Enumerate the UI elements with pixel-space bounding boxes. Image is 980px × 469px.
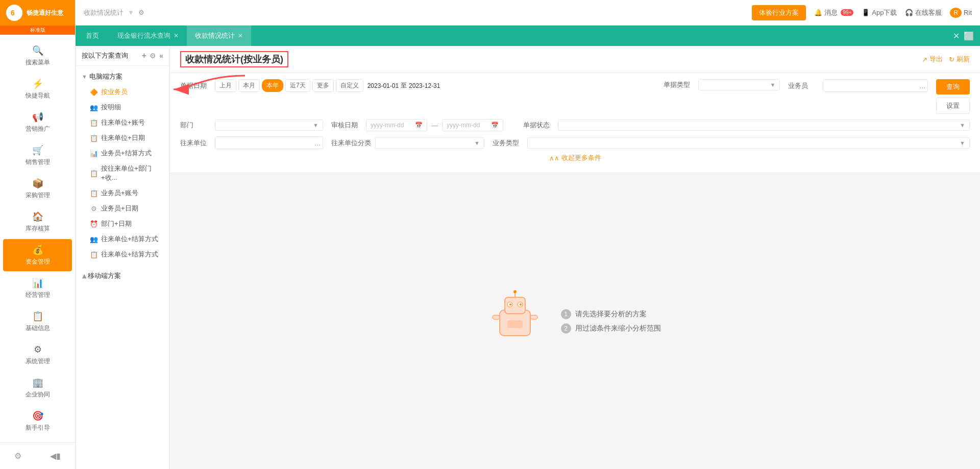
- scheme-item-by-detail[interactable]: 👥 按明细: [76, 100, 169, 115]
- business-type-select[interactable]: ▼: [527, 137, 970, 149]
- scheme-item-unit-settlement2[interactable]: 📋 往来单位+结算方式: [76, 247, 169, 262]
- sidebar-item-search[interactable]: 🔍 搜索菜单: [3, 40, 72, 72]
- sidebar-item-finance[interactable]: 💰 资金管理: [3, 239, 72, 271]
- audit-date-from-input[interactable]: yyyy-mm-dd 📅: [366, 119, 427, 131]
- quicknav-icon: ⚡: [32, 78, 43, 89]
- business-type-arrow-icon: ▼: [960, 140, 965, 146]
- mobile-group-header[interactable]: ▶ 移动端方案: [76, 268, 169, 284]
- desktop-group-header[interactable]: ▼ 电脑端方案: [76, 69, 169, 84]
- scheme-item-unit-settlement1[interactable]: 👥 往来单位+结算方式: [76, 231, 169, 247]
- empty-hint-1: 1 请先选择要分析的方案: [561, 309, 661, 319]
- scheme-item-unit-date[interactable]: 📋 往来单位+日期: [76, 130, 169, 146]
- calendar-from-icon: 📅: [415, 122, 423, 129]
- bill-status-select[interactable]: ▼: [558, 120, 970, 131]
- scheme-item-salesperson-settlement[interactable]: 📊 业务员+结算方式: [76, 146, 169, 161]
- tab-home[interactable]: 首页: [76, 26, 109, 46]
- sidebar-item-enterprise[interactable]: 🏢 企业协同: [3, 372, 72, 404]
- scheme-settings-icon[interactable]: ⚙: [150, 52, 156, 60]
- scheme-item-unit-account[interactable]: 📋 往来单位+账号: [76, 115, 169, 130]
- sidebar-item-inventory[interactable]: 🏠 库存核算: [3, 206, 72, 238]
- scheme-label-salesperson-settlement: 业务员+结算方式: [101, 149, 152, 158]
- hint-num-1: 1: [561, 309, 571, 319]
- tab-bank-flow-close[interactable]: ✕: [174, 32, 179, 39]
- settings-gear-icon[interactable]: ⚙: [138, 9, 144, 16]
- scheme-item-salesperson-date[interactable]: ⚙ 业务员+日期: [76, 201, 169, 216]
- partner-type-select[interactable]: ▼: [375, 137, 484, 149]
- sidebar-item-hardware[interactable]: 📱 智能硬件: [3, 438, 72, 442]
- date-btn-more[interactable]: 更多: [312, 79, 334, 92]
- scheme-item-unit-dept-collection[interactable]: 📋 按往来单位+部门+收...: [76, 161, 169, 185]
- partner-input[interactable]: [215, 137, 312, 149]
- scheme-item-dept-date[interactable]: ⏰ 部门+日期: [76, 216, 169, 231]
- sidebar-item-basic[interactable]: 📋 基础信息: [3, 306, 72, 338]
- sidebar-item-quicknav[interactable]: ⚡ 快捷导航: [3, 73, 72, 105]
- breadcrumb-text: 收款情况统计: [84, 8, 124, 17]
- date-btn-7days[interactable]: 近7天: [285, 79, 310, 92]
- sidebar-item-guide[interactable]: 🎯 新手引导: [3, 405, 72, 437]
- sidebar-label-operations: 经营管理: [26, 291, 50, 299]
- left-panel-title: 按以下方案查询: [82, 51, 128, 60]
- type-select[interactable]: ▼: [698, 79, 780, 90]
- settings-bottom-icon[interactable]: ⚙: [12, 449, 23, 463]
- page-title-actions: ↗ 导出 ↻ 刷新: [922, 55, 970, 64]
- page-title: 收款情况统计(按业务员): [180, 51, 288, 67]
- sidebar-label-system: 系统管理: [26, 357, 50, 366]
- salesperson-more-icon[interactable]: ...: [917, 82, 927, 90]
- dept-select[interactable]: ▼: [215, 120, 323, 131]
- empty-hints: 1 请先选择要分析的方案 2 用过滤条件来缩小分析范围: [561, 309, 661, 334]
- date-btn-last-month[interactable]: 上月: [215, 79, 236, 92]
- tab-collection-stats[interactable]: 收款情况统计 ✕: [187, 26, 251, 46]
- sidebar-item-system[interactable]: ⚙ 系统管理: [3, 339, 72, 371]
- enterprise-icon: 🏢: [32, 377, 43, 388]
- collapse-bar[interactable]: ∧∧ 收起更多条件: [180, 149, 970, 167]
- scheme-item-by-salesperson[interactable]: 🔶 按业务员: [76, 84, 169, 100]
- tab-home-label: 首页: [86, 31, 99, 40]
- sidebar-item-sales[interactable]: 🛒 销售管理: [3, 139, 72, 172]
- user-avatar[interactable]: R Rit: [950, 8, 972, 18]
- scheme-item-salesperson-account[interactable]: 📋 业务员+账号: [76, 185, 169, 201]
- window-maximize-btn[interactable]: ⬜: [964, 31, 974, 41]
- sidebar-item-purchase[interactable]: 📦 采购管理: [3, 173, 72, 205]
- audit-date-to-input[interactable]: yyyy-mm-dd 📅: [442, 119, 503, 131]
- download-icon: 📱: [862, 9, 870, 16]
- sidebar-label-finance: 资金管理: [26, 257, 50, 266]
- scheme-label-salesperson-date: 业务员+日期: [101, 204, 138, 213]
- dept-date-icon: ⏰: [90, 220, 98, 228]
- detail-scheme-icon: 👥: [90, 104, 98, 111]
- export-btn[interactable]: ↗ 导出: [922, 55, 943, 64]
- download-label: App下载: [872, 8, 897, 17]
- partner-more-icon[interactable]: ...: [312, 139, 323, 147]
- date-btn-this-year[interactable]: 本年: [262, 79, 283, 92]
- scheme-collapse-icon[interactable]: «: [159, 52, 163, 60]
- date-btn-custom[interactable]: 自定义: [336, 79, 363, 92]
- svg-rect-10: [530, 315, 537, 319]
- online-service-btn[interactable]: 🎧 在线客服: [905, 8, 942, 17]
- audit-date-to-text: yyyy-mm-dd: [447, 122, 480, 129]
- settings-button[interactable]: 设置: [936, 98, 970, 114]
- unit-settlement2-icon: 📋: [90, 251, 98, 259]
- add-scheme-icon[interactable]: +: [142, 51, 146, 60]
- header-actions: 体验行业方案 🔔 消息 99+ 📱 App下载 🎧 在线客服 R Rit: [752, 5, 972, 20]
- user-name: Rit: [964, 9, 972, 16]
- trial-button[interactable]: 体验行业方案: [752, 5, 806, 20]
- type-select-arrow-icon: ▼: [770, 82, 775, 88]
- sidebar-item-operations[interactable]: 📊 经营管理: [3, 272, 72, 304]
- refresh-btn[interactable]: ↻ 刷新: [949, 55, 970, 64]
- salesperson-label: 业务员: [788, 81, 819, 90]
- query-button[interactable]: 查询: [936, 79, 970, 95]
- collapse-bottom-icon[interactable]: ◀▮: [48, 449, 63, 463]
- hint-num-2: 2: [561, 323, 571, 334]
- app-download-btn[interactable]: 📱 App下载: [862, 8, 897, 17]
- tab-bank-flow[interactable]: 现金银行流水查询 ✕: [109, 26, 187, 46]
- notification-btn[interactable]: 🔔 消息 99+: [814, 8, 853, 17]
- tab-collection-stats-close[interactable]: ✕: [238, 32, 243, 39]
- window-close-btn[interactable]: ✕: [953, 31, 960, 41]
- sidebar-item-marketing[interactable]: 📢 营销推广: [3, 106, 72, 138]
- sidebar-label-basic: 基础信息: [26, 324, 50, 333]
- salesperson-input[interactable]: [823, 80, 917, 91]
- salesperson-account-icon: 📋: [90, 190, 98, 197]
- scheme-label-salesperson-account: 业务员+账号: [101, 189, 138, 198]
- header-left: 收款情况统计 ▼ ⚙: [84, 8, 144, 17]
- date-btn-this-month[interactable]: 本月: [238, 79, 260, 92]
- service-icon: 🎧: [905, 9, 913, 16]
